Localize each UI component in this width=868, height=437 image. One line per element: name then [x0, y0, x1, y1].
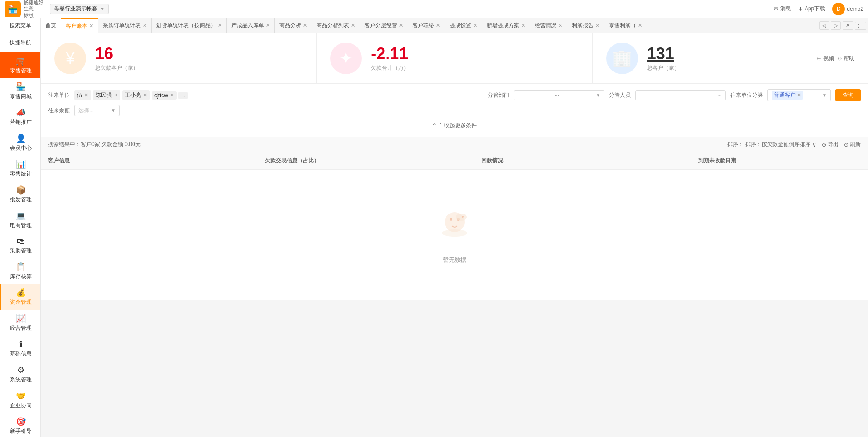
remove-tag-wang[interactable]: ✕ — [143, 92, 147, 98]
sidebar-search[interactable]: 搜索菜单 — [0, 18, 40, 33]
tab-customer-debt[interactable]: 客户账本 ✕ — [61, 18, 98, 33]
tab-label: 采购订单统计表 — [103, 22, 141, 29]
tab-label: 经营情况 — [535, 22, 556, 29]
tab-close-icon[interactable]: ✕ — [638, 23, 642, 28]
tab-home[interactable]: 首页 — [41, 18, 61, 33]
sidebar-item-label: 库存核算 — [10, 273, 32, 280]
tab-prev-button[interactable]: ◁ — [819, 21, 829, 30]
tab-label: 客户联络 — [412, 22, 434, 29]
remove-tag-chen[interactable]: ✕ — [114, 92, 118, 98]
tab-close-icon[interactable]: ✕ — [143, 23, 147, 28]
balance-arrow: ▼ — [111, 108, 115, 113]
category-filter-label: 往来单位分类 — [730, 91, 763, 99]
stat-number-debt: -2.11 — [371, 45, 409, 63]
remove-tag-wu[interactable]: ✕ — [84, 92, 88, 98]
tab-retail-profit[interactable]: 零售利润（ ✕ — [604, 18, 647, 33]
sidebar-item-inventory[interactable]: 📋 库存核算 — [0, 258, 40, 284]
message-button[interactable]: ✉ 消息 — [774, 5, 791, 13]
retail-stat-icon: 📊 — [16, 159, 26, 169]
tab-close-icon[interactable]: ✕ — [521, 23, 525, 28]
filter-row-1: 往来单位 伍 ✕ 陈民强 ✕ 王小亮 ✕ — [48, 89, 861, 101]
sidebar-item-retail-stat[interactable]: 📊 零售统计 — [0, 156, 40, 181]
inventory-icon: 📋 — [16, 262, 26, 272]
tab-product-analysis-list[interactable]: 商品分析列表 ✕ — [312, 18, 360, 33]
sidebar-item-retail-manage[interactable]: 🛒 零售管理 — [0, 52, 40, 78]
tab-close-icon[interactable]: ✕ — [436, 23, 440, 28]
tab-ops-status[interactable]: 经营情况 ✕ — [530, 18, 567, 33]
sidebar-item-marketing[interactable]: 📣 营销推广 — [0, 104, 40, 130]
remove-tag-cjttcw[interactable]: ✕ — [170, 92, 174, 98]
refresh-icon: ⊙ — [844, 142, 849, 148]
sidebar-item-retail-mall[interactable]: 🏪 零售商城 — [0, 78, 40, 104]
dept-more-dots: ··· — [555, 92, 559, 99]
tab-customer-segment[interactable]: 客户分层经营 ✕ — [360, 18, 408, 33]
ops-manage-icon: 📈 — [16, 314, 26, 323]
tab-next-button[interactable]: ▷ — [831, 21, 841, 30]
category-selector[interactable]: 普通客户 ✕ ▼ — [767, 89, 831, 101]
person-filter-label: 分管人员 — [609, 91, 631, 99]
user-avatar-area[interactable]: D demo2 — [832, 3, 863, 15]
results-bar: 搜索结果中：客户0家 欠款金额 0.00元 排序： 排序：按欠款金额倒序排序 ∨… — [41, 137, 868, 152]
sidebar: 搜索菜单 快捷导航 🛒 零售管理 🏪 零售商城 📣 营销推广 👤 会员中心 📊 … — [0, 18, 41, 437]
sidebar-item-enterprise[interactable]: 🤝 企业协同 — [0, 387, 40, 413]
tab-purchase-order-stat[interactable]: 采购订单统计表 ✕ — [98, 18, 152, 33]
unit-more-button[interactable]: ... — [178, 92, 188, 99]
sidebar-item-label: 零售商城 — [10, 93, 32, 100]
sidebar-item-member-center[interactable]: 👤 会员中心 — [0, 130, 40, 156]
tab-customer-contact[interactable]: 客户联络 ✕ — [408, 18, 445, 33]
home-tab-label: 首页 — [45, 22, 56, 29]
workspace-selector[interactable]: 母婴行业演示帐套 ▼ — [50, 4, 109, 14]
tab-close-icon[interactable]: ✕ — [266, 23, 270, 28]
filter-area: 往来单位 伍 ✕ 陈民强 ✕ 王小亮 ✕ — [41, 84, 868, 137]
balance-selector[interactable]: 选择... ▼ — [74, 105, 120, 116]
results-actions: 排序： 排序：按欠款金额倒序排序 ∨ ⊙ 导出 ⊙ 刷新 — [727, 141, 861, 148]
unit-tag-wu: 伍 ✕ — [74, 90, 91, 100]
sidebar-item-batch-manage[interactable]: 📦 批发管理 — [0, 181, 40, 207]
tab-close-icon[interactable]: ✕ — [89, 23, 93, 29]
col-header-date: 到期未收款日期 — [698, 157, 861, 165]
tab-close-icon[interactable]: ✕ — [595, 23, 599, 28]
dept-selector[interactable]: ··· ▼ — [514, 90, 604, 100]
tab-fullscreen-button[interactable]: ⛶ — [855, 22, 866, 30]
tab-product-analysis[interactable]: 商品分析 ✕ — [275, 18, 312, 33]
export-button[interactable]: ⊙ 导出 — [822, 141, 839, 148]
stat-number-debtors: 16 — [95, 45, 139, 63]
tab-new-promote-plan[interactable]: 新增提成方案 ✕ — [482, 18, 530, 33]
tab-label: 产成品入库单 — [231, 22, 264, 29]
tab-promote-setting[interactable]: 提成设置 ✕ — [445, 18, 482, 33]
tab-product-storage[interactable]: 产成品入库单 ✕ — [227, 18, 275, 33]
tab-close-icon[interactable]: ✕ — [399, 23, 403, 28]
tab-close-icon[interactable]: ✕ — [218, 23, 222, 28]
tab-label: 利润报告 — [572, 22, 594, 29]
tab-label: 零售利润（ — [609, 22, 636, 29]
sidebar-item-ecom-manage[interactable]: 💻 电商管理 — [0, 207, 40, 233]
sidebar-item-new-guide[interactable]: 🎯 新手引导 — [0, 413, 40, 437]
query-button[interactable]: 查询 — [835, 89, 861, 101]
sidebar-item-label: 零售管理 — [10, 67, 32, 75]
tab-close-icon[interactable]: ✕ — [303, 23, 307, 28]
remove-category-normal[interactable]: ✕ — [797, 92, 801, 98]
help-link[interactable]: ⊙ 帮助 — [838, 55, 854, 62]
sidebar-item-capital-manage[interactable]: 💰 资金管理 — [0, 284, 40, 310]
export-icon: ⊙ — [822, 142, 826, 148]
sidebar-item-sys-manage[interactable]: ⚙ 系统管理 — [0, 361, 40, 387]
tab-profit-report[interactable]: 利润报告 ✕ — [567, 18, 604, 33]
video-link[interactable]: ⊙ 视频 — [817, 55, 834, 62]
sidebar-item-label: 营销推广 — [10, 119, 32, 126]
sidebar-item-ops-manage[interactable]: 📈 经营管理 — [0, 310, 40, 336]
tab-label: 提成设置 — [450, 22, 471, 29]
sidebar-quick-nav[interactable]: 快捷导航 — [0, 33, 40, 52]
collapse-button[interactable]: ⌃ ⌃ 收起更多条件 — [48, 120, 861, 131]
sidebar-item-purchase-manage[interactable]: 🛍 采购管理 — [0, 233, 40, 258]
tab-close-all-button[interactable]: ✕ — [843, 21, 853, 30]
tab-close-icon[interactable]: ✕ — [558, 23, 562, 28]
refresh-button[interactable]: ⊙ 刷新 — [844, 141, 861, 148]
sort-selector[interactable]: 排序： 排序：按欠款金额倒序排序 ∨ — [727, 141, 816, 148]
sidebar-item-basic-info[interactable]: ℹ 基础信息 — [0, 336, 40, 361]
app-download-button[interactable]: ⬇ App下载 — [798, 5, 825, 13]
tab-close-icon[interactable]: ✕ — [351, 23, 355, 28]
person-selector[interactable]: ··· — [635, 90, 726, 100]
tab-label: 客户账本 — [66, 22, 87, 30]
tab-purchase-stat[interactable]: 进货单统计表（按商品） ✕ — [152, 18, 227, 33]
tab-close-icon[interactable]: ✕ — [473, 23, 477, 28]
